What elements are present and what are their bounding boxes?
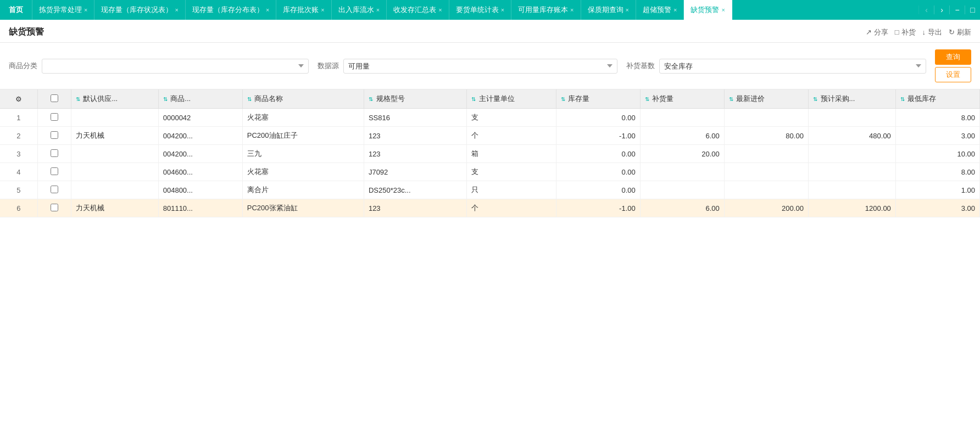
close-tab-5[interactable]: × xyxy=(376,7,380,13)
nav-tab-6[interactable]: 收发存汇总表 × xyxy=(387,0,449,20)
main-content: 缺货预警 ↗ 分享 □ 补货 ↓ 导出 ↻ 刷新 商品分类 xyxy=(0,20,980,437)
row-check-6[interactable] xyxy=(51,204,58,211)
nav-tab-2[interactable]: 现存量（库存状况表） × xyxy=(94,0,185,20)
table-row: 3 004200... 三九 123 箱 0.00 20.00 10.00 xyxy=(0,145,980,163)
row-spec-4: J7092 xyxy=(364,163,466,181)
row-checkbox-4[interactable] xyxy=(37,163,71,181)
nav-tab-9[interactable]: 保质期查询 × xyxy=(581,0,636,20)
col-name[interactable]: ⇅ 商品名称 xyxy=(242,89,364,109)
row-code-3: 004200... xyxy=(158,145,242,163)
row-checkbox-1[interactable] xyxy=(37,109,71,127)
page-title: 缺货预警 xyxy=(9,26,44,38)
col-replenish[interactable]: ⇅ 补货量 xyxy=(640,89,724,109)
row-code-1: 0000042 xyxy=(158,109,242,127)
row-check-3[interactable] xyxy=(51,149,58,157)
datasource-label: 数据源 xyxy=(318,61,339,71)
row-num-3: 3 xyxy=(0,145,37,163)
row-min-stock-1: 8.00 xyxy=(895,109,979,127)
nav-tab-1[interactable]: 拣货异常处理 × xyxy=(32,0,94,20)
col-supplier-label: 默认供应... xyxy=(83,94,118,103)
nav-next-arrow[interactable]: › xyxy=(934,5,949,14)
category-select[interactable] xyxy=(42,59,309,74)
nav-tab-3[interactable]: 现存量（库存分布表） × xyxy=(186,0,276,20)
close-tab-6[interactable]: × xyxy=(438,7,442,13)
close-tab-7[interactable]: × xyxy=(501,7,504,13)
sort-icon-latest-price: ⇅ xyxy=(729,96,733,102)
export-icon: ↓ xyxy=(922,28,926,36)
row-unit-5: 只 xyxy=(467,181,556,199)
close-tab-10[interactable]: × xyxy=(673,7,677,13)
col-stock[interactable]: ⇅ 库存量 xyxy=(556,89,640,109)
row-spec-5: DS250*23c... xyxy=(364,181,466,199)
category-filter-group: 商品分类 xyxy=(9,59,309,74)
col-supplier[interactable]: ⇅ 默认供应... xyxy=(71,89,158,109)
row-stock-5: 0.00 xyxy=(556,181,640,199)
close-tab-1[interactable]: × xyxy=(84,7,87,13)
tab-label-2: 现存量（库存状况表） xyxy=(101,5,172,15)
nav-prev-arrow[interactable]: ‹ xyxy=(918,5,934,14)
filter-actions: 查询 设置 xyxy=(935,49,971,82)
replenish-select[interactable]: 安全库存 xyxy=(659,59,926,74)
row-replenish-5 xyxy=(640,181,724,199)
nav-minimize[interactable]: − xyxy=(949,5,965,14)
table-row: 5 004800... 离合片 DS250*23c... 只 0.00 1.00 xyxy=(0,181,980,199)
row-check-1[interactable] xyxy=(51,113,58,121)
row-est-purchase-2: 480.00 xyxy=(808,127,895,145)
row-min-stock-3: 10.00 xyxy=(895,145,979,163)
col-est-purchase[interactable]: ⇅ 预计采购... xyxy=(808,89,895,109)
nav-maximize[interactable]: □ xyxy=(965,5,980,14)
col-unit[interactable]: ⇅ 主计量单位 xyxy=(467,89,556,109)
row-checkbox-3[interactable] xyxy=(37,145,71,163)
close-tab-8[interactable]: × xyxy=(570,7,573,13)
refresh-action[interactable]: ↻ 刷新 xyxy=(949,27,971,37)
tab-label-8: 可用量库存账本 xyxy=(518,5,568,15)
sort-icon-est-purchase: ⇅ xyxy=(813,96,817,102)
nav-tab-10[interactable]: 超储预警 × xyxy=(636,0,684,20)
settings-button[interactable]: 设置 xyxy=(935,67,971,82)
row-checkbox-6[interactable] xyxy=(37,199,71,217)
col-latest-price[interactable]: ⇅ 最新进价 xyxy=(724,89,808,109)
row-est-purchase-3 xyxy=(808,145,895,163)
replenish-label: 补货 xyxy=(901,27,916,37)
col-min-stock[interactable]: ⇅ 最低库存 xyxy=(895,89,979,109)
data-table: ⚙ ⇅ 默认供应... ⇅ 商品... ⇅ 商品名称 xyxy=(0,89,980,217)
row-check-5[interactable] xyxy=(51,186,58,193)
table-row: 1 0000042 火花塞 SS816 支 0.00 8.00 xyxy=(0,109,980,127)
close-tab-2[interactable]: × xyxy=(175,7,178,13)
col-spec[interactable]: ⇅ 规格型号 xyxy=(364,89,466,109)
nav-tab-4[interactable]: 库存批次账 × xyxy=(276,0,331,20)
refresh-icon: ↻ xyxy=(949,28,955,36)
nav-tab-8[interactable]: 可用量库存账本 × xyxy=(511,0,581,20)
nav-tab-home[interactable]: 首页 xyxy=(0,0,32,20)
row-check-2[interactable] xyxy=(51,131,58,139)
row-num-6: 6 xyxy=(0,199,37,217)
row-supplier-2: 力天机械 xyxy=(71,127,158,145)
nav-tab-5[interactable]: 出入库流水 × xyxy=(332,0,387,20)
row-checkbox-5[interactable] xyxy=(37,181,71,199)
col-checkbox xyxy=(37,89,71,109)
col-settings[interactable]: ⚙ xyxy=(0,89,37,109)
nav-tab-7[interactable]: 要货单统计表 × xyxy=(449,0,511,20)
home-label: 首页 xyxy=(9,5,23,15)
close-tab-9[interactable]: × xyxy=(626,7,629,13)
row-supplier-5 xyxy=(71,181,158,199)
nav-tab-11[interactable]: 缺货预警 × xyxy=(684,0,732,20)
row-replenish-6: 6.00 xyxy=(640,199,724,217)
col-code[interactable]: ⇅ 商品... xyxy=(158,89,242,109)
share-action[interactable]: ↗ 分享 xyxy=(866,27,888,37)
datasource-select[interactable]: 可用量 xyxy=(343,59,617,74)
close-tab-11[interactable]: × xyxy=(721,7,725,13)
row-spec-6: 123 xyxy=(364,199,466,217)
gear-icon[interactable]: ⚙ xyxy=(15,95,22,103)
row-unit-4: 支 xyxy=(467,163,556,181)
replenish-action[interactable]: □ 补货 xyxy=(895,27,916,37)
query-button[interactable]: 查询 xyxy=(935,49,971,65)
share-icon: ↗ xyxy=(866,28,872,36)
close-tab-4[interactable]: × xyxy=(321,7,324,13)
sort-icon-spec: ⇅ xyxy=(369,96,373,102)
row-checkbox-2[interactable] xyxy=(37,127,71,145)
close-tab-3[interactable]: × xyxy=(266,7,269,13)
row-check-4[interactable] xyxy=(51,167,58,175)
select-all-checkbox[interactable] xyxy=(51,94,58,102)
export-action[interactable]: ↓ 导出 xyxy=(922,27,943,37)
